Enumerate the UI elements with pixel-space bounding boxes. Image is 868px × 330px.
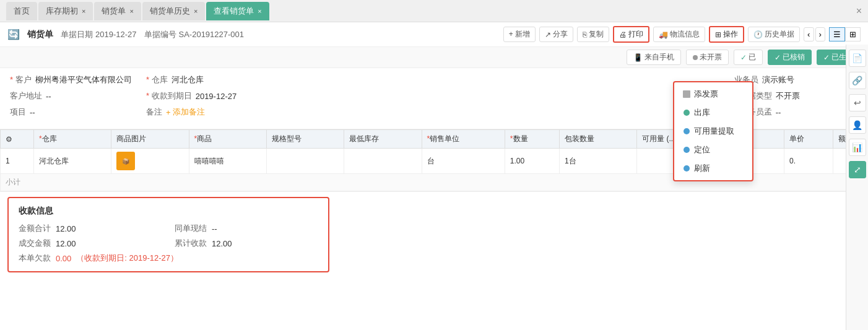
payment-grid: 金额合计 12.00 同单现结 -- 成交金额 12.00 累计收款 12.00… [19,223,318,264]
logistics-button[interactable]: 🚚 物流信息 [653,27,705,42]
col-warehouse: *仓库 [33,130,111,149]
row-product: 嘻嘻嘻嘻 [189,149,266,174]
customer-value: 柳州粤港平安气体有限公司 [35,74,132,85]
col-unit: *销售单位 [422,130,505,149]
operations-button[interactable]: ⊞ 操作 [709,26,744,43]
due-date-value: 2019-12-27 [196,92,237,101]
col-product: *商品 [189,130,266,149]
row-no: 1 [1,149,34,174]
main-container: 🔄 销货单 单据日期 2019-12-27 单据编号 SA-20191227-0… [0,22,868,330]
due-date-label: 收款到期日 [146,90,192,102]
arrears-note: （收款到期日: 2019-12-27） [76,253,178,264]
refresh-item[interactable]: 刷新 [674,159,752,178]
due-date-field: 收款到期日 2019-12-27 [146,90,270,102]
cumulative-value: 12.00 [212,239,232,248]
nav-arrows: ‹ › [804,27,825,41]
close-tab-inventory[interactable]: × [82,7,85,15]
ticket-type-value: 不开票 [776,90,800,102]
row-unit: 台 [422,149,505,174]
tab-inventory[interactable]: 库存期初 × [38,2,93,20]
col-min-stock: 最低库存 [344,130,422,149]
gray-circle-icon [693,55,698,60]
doc-icon: 🔄 [7,28,20,40]
arrears-label: 本单欠款 [19,253,51,264]
project-field: 项目 -- [10,106,134,118]
arrears-inner-row: 本单欠款 0.00 （收款到期日: 2019-12-27） [19,253,318,264]
warehouse-value: 河北仓库 [171,74,204,85]
add-note-button[interactable]: + 添加备注 [166,106,205,118]
truck-icon: 🚚 [659,30,668,39]
print-button[interactable]: 🖨 打印 [613,26,649,43]
sidebar-user-button[interactable]: 👤 [849,116,866,134]
col-pack-qty: 包装数量 [559,130,636,149]
available-qty-item[interactable]: 可用量提取 [674,122,752,141]
row-warehouse: 河北仓库 [33,149,111,174]
transaction-value: 12.00 [56,239,76,248]
address-value: -- [46,92,51,101]
share-button[interactable]: ↗ 分享 [539,27,573,42]
no-field: 单据编号 SA-20191227-001 [144,29,245,40]
warehouse-field: 仓库 河北仓库 [146,74,270,85]
copy-icon: ⎘ [583,30,587,39]
toolbar-right: + 新增 ↗ 分享 ⎘ 复制 🖨 打印 🚚 物流信息 ⊞ 操作 � [503,26,861,43]
prev-button[interactable]: ‹ [804,27,814,41]
next-button[interactable]: › [815,27,825,41]
payment-section: 收款信息 金额合计 12.00 同单现结 -- 成交金额 12.00 累计收款 … [7,197,329,272]
locate-item[interactable]: 定位 [674,141,752,159]
sidebar-doc-button[interactable]: 📄 [849,50,866,67]
sidebar-undo-button[interactable]: ↩ [849,94,866,111]
note-label: 备注 [146,106,162,118]
cancelled-button[interactable]: ✓ 已核销 [768,50,812,65]
tab-sales[interactable]: 销货单 × [94,2,141,20]
close-tab-sales-history[interactable]: × [194,7,197,15]
operations-dropdown: 添发票 出库 可用量提取 定位 刷新 [673,81,753,181]
amount-value: 12.00 [56,224,76,233]
cumulative-label: 累计收款 [175,238,207,249]
transaction-row: 成交金额 12.00 [19,238,162,249]
tab-bar-close-button[interactable]: × [856,6,862,17]
row-qty: 1.00 [505,149,559,174]
arrears-value: 0.00 [56,254,71,263]
list-view-button[interactable]: ☰ [829,27,845,41]
col-price: 单价 [784,130,833,149]
settlement-row: 同单现结 -- [175,223,318,234]
from-phone-button[interactable]: 📱 来自手机 [627,50,681,65]
tab-home[interactable]: 首页 [6,2,37,20]
tab-bar: 首页 库存期初 × 销货单 × 销货单历史 × 查看销货单 × × [0,0,868,22]
staff-value: 演示账号 [762,74,794,85]
copy-button[interactable]: ⎘ 复制 [577,27,609,42]
grid-view-button[interactable]: ⊞ [845,27,861,41]
new-button[interactable]: + 新增 [503,27,536,42]
close-tab-sales[interactable]: × [129,7,133,15]
plus-icon: + [166,108,171,117]
sidebar-chart-button[interactable]: 📊 [849,139,866,156]
cancelled-icon: ✓ [775,53,781,62]
col-img: 商品图片 [111,130,189,149]
action-bar: 📱 来自手机 未开票 ✓ 已 ✓ 已核销 ✓ 已生效 [0,47,868,68]
phone-icon: 📱 [633,53,643,62]
close-tab-view-sales[interactable]: × [258,7,261,15]
transaction-label: 成交金额 [19,238,51,249]
history-button[interactable]: 🕐 历史单据 [748,27,800,42]
tab-sales-history[interactable]: 销货单历史 × [142,2,205,20]
add-invoice-icon [683,90,690,98]
col-spec: 规格型号 [266,130,344,149]
col-gear: ⚙ [1,130,34,149]
not-opened-button[interactable]: 未开票 [686,50,729,65]
check-button[interactable]: ✓ 已 [734,50,763,65]
tab-view-sales[interactable]: 查看销货单 × [206,2,269,20]
locate-icon [683,146,690,154]
row-price: 0. [784,149,833,174]
sidebar-expand-button[interactable]: ⤢ [849,161,866,178]
outbound-item[interactable]: 出库 [674,103,752,122]
doc-type-label: 销货单 [27,29,53,40]
arrears-row: 本单欠款 0.00 （收款到期日: 2019-12-27） [19,253,318,264]
add-invoice-item[interactable]: 添发票 [674,85,752,103]
sidebar-link-button[interactable]: 🔗 [849,72,866,89]
available-qty-icon [683,128,690,135]
row-img: 📦 [111,149,189,174]
settlement-value: -- [212,224,217,233]
print-icon: 🖨 [619,30,627,39]
date-field: 单据日期 2019-12-27 [61,29,137,40]
cumulative-row: 累计收款 12.00 [175,238,318,249]
